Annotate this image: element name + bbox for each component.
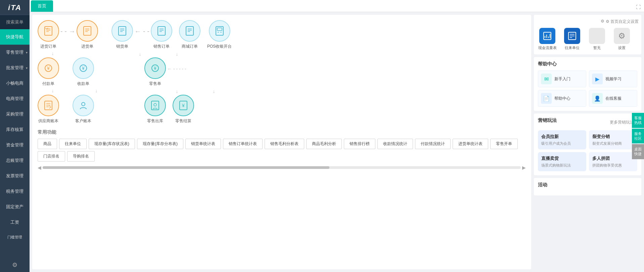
sidebar-item-retail[interactable]: 零售管理 ▾: [0, 45, 30, 60]
node-sales-order[interactable]: 销售订单: [151, 20, 172, 49]
scroll-right[interactable]: ▶: [522, 165, 526, 170]
node-mall-order[interactable]: 商城订单: [179, 20, 200, 49]
sales-order-icon[interactable]: [151, 20, 172, 42]
sidebar-item-salary[interactable]: 工资: [0, 215, 30, 230]
func-btn-sales-order-stat[interactable]: 销售订单统计表: [223, 139, 263, 149]
node-customer-account[interactable]: 客户账本: [73, 95, 94, 124]
partners-icon: [564, 28, 580, 44]
node-sales-bill[interactable]: 销货单: [111, 20, 133, 49]
purchase-order-icon[interactable]: [38, 20, 59, 42]
sidebar-item-inventory[interactable]: 库存核算: [0, 122, 30, 137]
help-item-help[interactable]: 📄 帮助中心: [538, 90, 586, 107]
sidebar-item-tax[interactable]: 税务管理: [0, 184, 30, 199]
sidebar-item-ecommerce-small[interactable]: 小畅电商: [0, 76, 30, 91]
retail-bill-icon[interactable]: ¥: [144, 57, 166, 79]
cashflow-icon: [539, 28, 555, 44]
retail-checkout-icon[interactable]: ¥: [173, 95, 194, 116]
func-btn-goods-profit[interactable]: 商品毛利分析: [306, 139, 342, 149]
marketing-item-group[interactable]: 多人拼团 拼团购物享受优惠: [589, 152, 637, 171]
sidebar-search[interactable]: 搜索菜单: [0, 15, 30, 29]
svg-rect-12: [158, 27, 165, 35]
func-btn-guide-rank[interactable]: 导购排名: [67, 151, 95, 162]
purchase-bill-label: 进货单: [81, 44, 93, 49]
sidebar-item-ecommerce[interactable]: 电商管理: [0, 91, 30, 106]
settings-link[interactable]: ⚙ ⚙ 首页自定义设置: [537, 19, 639, 25]
gear-icon[interactable]: ⚙: [12, 262, 17, 268]
right-panel: ⚙ ⚙ 首页自定义设置 现金流量表 往来单位: [534, 15, 641, 269]
logo-text: iTA: [8, 3, 21, 12]
node-payment[interactable]: ¥ 付款单: [38, 57, 59, 87]
func-btn-store-rank[interactable]: 门店排名: [38, 151, 65, 162]
func-btn-payment-stat[interactable]: 付款情况统计: [415, 139, 451, 149]
sidebar-item-other[interactable]: 门槛管理: [0, 230, 30, 244]
purchase-bill-icon[interactable]: [77, 20, 98, 42]
float-btn-hotline[interactable]: 客服 热线: [632, 113, 644, 128]
func-btn-goods[interactable]: 商品: [38, 139, 57, 149]
arrow-2: ← - -: [133, 28, 150, 35]
func-btn-inventory-dist[interactable]: 现存量(库存分布表): [137, 139, 183, 149]
quick-icons-row: 现金流量表 往来单位 暂无 ⚙ 设置: [537, 28, 639, 50]
node-pos[interactable]: POS收银开台: [207, 20, 232, 49]
payment-icon[interactable]: ¥: [38, 57, 59, 79]
float-btn-community[interactable]: 服务 社区: [632, 129, 644, 144]
pos-label: POS收银开台: [207, 44, 232, 49]
node-purchase-bill[interactable]: 进货单: [77, 20, 98, 49]
scroll-thumb: [43, 166, 329, 169]
fullscreen-button[interactable]: ⛶: [633, 2, 644, 12]
scroll-bar: ◀ ▶: [38, 165, 526, 170]
func-btn-sales-stat[interactable]: 销货单统计表: [185, 139, 221, 149]
tab-home[interactable]: 首页: [31, 0, 53, 12]
node-supplier-account[interactable]: 供应商账本: [38, 95, 59, 124]
content-area: 进货订单 - - → 进货单: [30, 12, 644, 272]
quick-icon-empty[interactable]: 暂无: [586, 28, 608, 50]
quick-icon-settings[interactable]: ⚙ 设置: [611, 28, 633, 50]
receipt-icon[interactable]: ¥: [73, 57, 94, 79]
func-btn-sales-rank[interactable]: 销售排行榜: [344, 139, 375, 149]
live-desc: 场景式购物新玩法: [541, 163, 583, 168]
func-btn-receipt-stat[interactable]: 收款情况统计: [377, 139, 413, 149]
marketing-item-live[interactable]: 直播卖货 场景式购物新玩法: [538, 152, 586, 171]
sidebar-item-purchase[interactable]: 采购管理: [0, 106, 30, 122]
customer-account-icon[interactable]: [73, 95, 94, 116]
func-btn-retail-order[interactable]: 零售开单: [490, 139, 518, 149]
node-receipt[interactable]: ¥ 收款单: [73, 57, 94, 87]
sidebar-item-wholesale[interactable]: 批发管理 ▾: [0, 60, 30, 76]
help-item-beginner[interactable]: ✉ 新手入门: [538, 71, 586, 87]
node-retail-bill[interactable]: ¥ 零售单: [144, 57, 166, 87]
node-retail-warehouse[interactable]: 零售出库: [144, 95, 166, 124]
mall-order-icon[interactable]: [179, 20, 200, 42]
pos-icon[interactable]: [209, 20, 230, 42]
purchase-order-label: 进货订单: [40, 44, 56, 49]
func-btn-partners[interactable]: 往来单位: [59, 139, 87, 149]
float-btn-desktop[interactable]: 桌面 快捷: [632, 144, 644, 159]
quick-icon-partners[interactable]: 往来单位: [561, 28, 583, 50]
marketing-item-member[interactable]: 会员拉新 吸引用户成为会员: [538, 130, 586, 149]
supplier-account-icon[interactable]: [38, 95, 59, 116]
func-btn-inventory-status[interactable]: 现存量(库存状况表): [89, 139, 135, 149]
help-item-video[interactable]: ▶ 视频学习: [589, 71, 637, 87]
func-btn-sales-profit[interactable]: 销售毛利分析表: [265, 139, 304, 149]
marketing-item-viral[interactable]: 裂变分销 裂变式发展分销商: [589, 130, 637, 149]
activity-title: 活动: [538, 182, 637, 188]
beginner-icon: ✉: [541, 74, 552, 84]
empty-icon: [589, 28, 605, 44]
quick-icon-cashflow[interactable]: 现金流量表: [537, 28, 558, 50]
help-item-online[interactable]: 👤 在线客服: [589, 90, 637, 107]
group-desc: 拼团购物享受优惠: [592, 163, 634, 168]
sidebar-item-funds[interactable]: 资金管理: [0, 137, 30, 153]
partners-label: 往来单位: [565, 45, 580, 50]
logo-area: iTA: [0, 0, 30, 15]
sidebar-item-invoice[interactable]: 发票管理: [0, 168, 30, 184]
node-retail-checkout[interactable]: ¥ 零售结算: [173, 95, 194, 124]
sidebar-item-general-ledger[interactable]: 总账管理: [0, 153, 30, 168]
retail-warehouse-icon[interactable]: [144, 95, 166, 116]
sidebar-item-fixed-assets[interactable]: 固定资产: [0, 199, 30, 215]
sales-bill-icon[interactable]: [111, 20, 133, 42]
scroll-track[interactable]: [43, 166, 521, 169]
live-title: 直播卖货: [541, 155, 583, 162]
scroll-left[interactable]: ◀: [38, 165, 41, 170]
sidebar-item-quick-nav[interactable]: 快捷导航: [0, 29, 30, 45]
func-btn-purchase-stat[interactable]: 进货单统计表: [453, 139, 488, 149]
cashflow-label: 现金流量表: [538, 45, 557, 50]
node-purchase-order[interactable]: 进货订单: [38, 20, 59, 49]
